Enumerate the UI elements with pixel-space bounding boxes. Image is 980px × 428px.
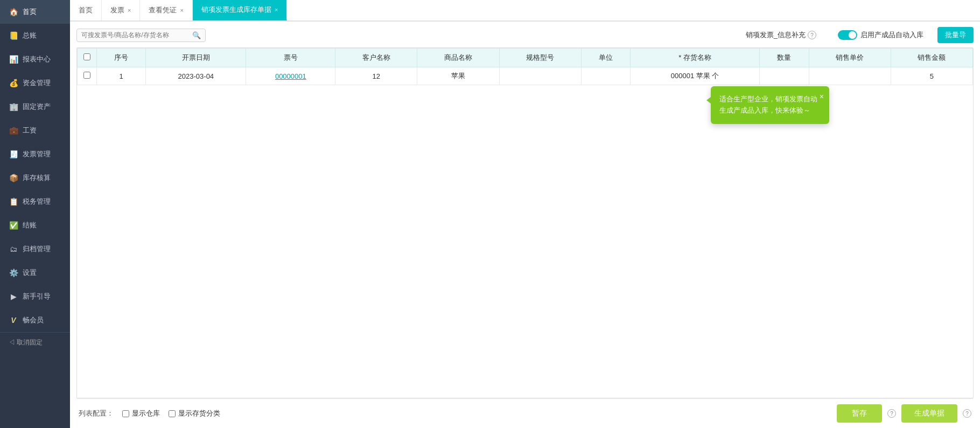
pin-label: 取消固定 [17, 339, 43, 346]
tab-home-label: 首页 [79, 5, 93, 15]
row-unit [581, 67, 630, 85]
col-header-goods: 商品名称 [417, 49, 499, 67]
sidebar-label-settle: 结账 [23, 220, 37, 230]
batch-button[interactable]: 批量导 [937, 27, 974, 43]
tax-icon: 📋 [9, 197, 18, 206]
data-table-wrap: 序号 开票日期 票号 客户名称 商品名称 规格型号 单位 * 存货名称 数量 销… [76, 47, 974, 398]
sidebar-item-capital[interactable]: 💰 资金管理 [0, 71, 70, 95]
info-label-text: 销项发票_信息补充 [746, 30, 806, 40]
list-config-label: 列表配置： [79, 409, 114, 418]
row-number: 00000001 [246, 67, 335, 85]
show-category-checkbox[interactable] [169, 410, 176, 417]
sidebar-item-invoice[interactable]: 🧾 发票管理 [0, 142, 70, 166]
invoice-icon: 🧾 [9, 150, 18, 158]
report-icon: 📊 [9, 55, 18, 64]
search-input[interactable] [81, 31, 189, 39]
sidebar-item-settle[interactable]: ✅ 结账 [0, 213, 70, 237]
ledger-icon: 📒 [9, 31, 18, 40]
tab-invoice-close[interactable]: × [128, 7, 131, 13]
sidebar-label-inventory: 库存核算 [23, 173, 51, 183]
archive-icon: 🗂 [9, 245, 18, 253]
sidebar-item-vip[interactable]: V 畅会员 [0, 308, 70, 332]
table-header-row: 序号 开票日期 票号 客户名称 商品名称 规格型号 单位 * 存货名称 数量 销… [78, 49, 973, 67]
tab-invoice-label: 发票 [110, 5, 124, 15]
sidebar-item-inventory[interactable]: 📦 库存核算 [0, 166, 70, 190]
tab-invoice[interactable]: 发票 × [102, 0, 140, 20]
bottom-actions: 暂存 ? 生成单据 ? [837, 404, 971, 423]
show-warehouse-checkbox[interactable] [122, 410, 129, 417]
show-category-label: 显示存货分类 [178, 409, 220, 418]
tab-home[interactable]: 首页 [70, 0, 102, 20]
sidebar-label-salary: 工资 [23, 126, 37, 135]
row-amount: 5 [891, 67, 972, 85]
sidebar-item-ledger[interactable]: 📒 总账 [0, 24, 70, 47]
tab-voucher-close[interactable]: × [180, 7, 183, 13]
row-model [499, 67, 581, 85]
col-header-date: 开票日期 [146, 49, 246, 67]
save-button[interactable]: 暂存 [837, 404, 882, 423]
select-all-checkbox[interactable] [83, 53, 90, 60]
row-checkbox-cell [78, 67, 97, 85]
tooltip-text: 适合生产型企业，销项发票自动生成产成品入库，快来体验～ [719, 95, 817, 114]
sidebar-item-salary[interactable]: 💼 工资 [0, 119, 70, 142]
content-area: 🔍 销项发票_信息补充 ? 启用产成品自动入库 批量导 [70, 22, 980, 428]
col-header-number: 票号 [246, 49, 335, 67]
tooltip-popup: × 适合生产型企业，销项发票自动生成产成品入库，快来体验～ [711, 86, 829, 124]
sidebar-label-capital: 资金管理 [23, 78, 51, 88]
tab-active-close[interactable]: × [275, 6, 278, 13]
tab-active[interactable]: 销项发票生成库存单据 × [193, 0, 287, 20]
sidebar-item-fixed[interactable]: 🏢 固定资产 [0, 95, 70, 119]
row-goods: 苹果 [417, 67, 499, 85]
settings-icon: ⚙️ [9, 268, 18, 277]
fixed-icon: 🏢 [9, 102, 18, 111]
toggle-label: 启用产成品自动入库 [860, 30, 923, 40]
col-header-checkbox [78, 49, 97, 67]
capital-icon: 💰 [9, 79, 18, 87]
sidebar-label-fixed: 固定资产 [23, 102, 51, 112]
row-checkbox[interactable] [83, 72, 90, 79]
sidebar-pin-button[interactable]: ◁ 取消固定 [0, 332, 70, 353]
row-qty [760, 67, 809, 85]
save-help-icon[interactable]: ? [887, 409, 896, 418]
sidebar-item-tax[interactable]: 📋 税务管理 [0, 190, 70, 213]
sidebar-label-ledger: 总账 [23, 31, 37, 40]
sidebar-label-tax: 税务管理 [23, 197, 51, 206]
generate-button[interactable]: 生成单据 [901, 404, 957, 423]
toggle-area: 启用产成品自动入库 [838, 30, 923, 40]
col-header-amount: 销售金额 [891, 49, 972, 67]
col-header-unitprice: 销售单价 [809, 49, 891, 67]
sidebar-label-home: 首页 [23, 7, 37, 17]
tooltip-close[interactable]: × [820, 91, 824, 102]
search-box: 🔍 [76, 29, 206, 42]
row-seq: 1 [97, 67, 146, 85]
row-date: 2023-03-04 [146, 67, 246, 85]
row-inventory: 000001 苹果 个 [631, 67, 760, 85]
inventory-icon: 📦 [9, 174, 18, 182]
col-header-inventory: * 存货名称 [631, 49, 760, 67]
row-number-link[interactable]: 00000001 [275, 72, 306, 80]
sidebar-label-invoice: 发票管理 [23, 149, 51, 159]
sidebar-label-report: 报表中心 [23, 54, 51, 64]
auto-warehouse-toggle[interactable] [838, 30, 857, 40]
toolbar: 🔍 销项发票_信息补充 ? 启用产成品自动入库 批量导 [76, 27, 974, 43]
bottom-bar: 列表配置： 显示仓库 显示存货分类 暂存 ? 生成单据 ? [76, 398, 974, 428]
sidebar-label-guide: 新手引导 [23, 292, 51, 301]
generate-help-icon[interactable]: ? [963, 409, 971, 418]
table-row: 1 2023-03-04 00000001 12 苹果 000001 苹果 个 … [78, 67, 973, 85]
sidebar: 🏠 首页 📒 总账 📊 报表中心 💰 资金管理 🏢 固定资产 💼 工资 🧾 发票… [0, 0, 70, 428]
sidebar-item-archive[interactable]: 🗂 归档管理 [0, 237, 70, 261]
col-header-seq: 序号 [97, 49, 146, 67]
info-help-icon[interactable]: ? [808, 31, 816, 39]
tab-voucher[interactable]: 查看凭证 × [140, 0, 192, 20]
col-header-unit: 单位 [581, 49, 630, 67]
pin-icon: ◁ [9, 339, 15, 346]
sidebar-item-settings[interactable]: ⚙️ 设置 [0, 261, 70, 285]
tab-voucher-label: 查看凭证 [149, 5, 177, 15]
sidebar-item-report[interactable]: 📊 报表中心 [0, 47, 70, 71]
sidebar-item-guide[interactable]: ▶ 新手引导 [0, 285, 70, 308]
show-warehouse-option[interactable]: 显示仓库 [122, 409, 160, 418]
sidebar-item-home[interactable]: 🏠 首页 [0, 0, 70, 24]
row-customer: 12 [335, 67, 417, 85]
show-category-option[interactable]: 显示存货分类 [169, 409, 220, 418]
main-area: 首页 发票 × 查看凭证 × 销项发票生成库存单据 × 🔍 销项发票_信息补充 … [70, 0, 980, 428]
